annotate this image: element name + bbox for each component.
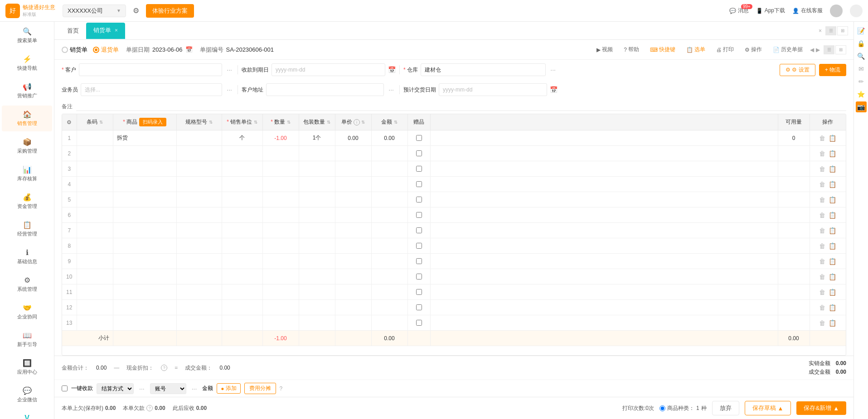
row-barcode[interactable] (77, 207, 113, 223)
sidebar-item-app-center[interactable]: 🔲 应用中心 (2, 354, 52, 380)
shortcuts-button[interactable]: ⌨ 快捷键 (646, 44, 679, 55)
row-gift[interactable] (407, 238, 430, 254)
right-panel-btn-orange[interactable]: 📷 (856, 101, 867, 112)
sidebar-item-finance[interactable]: 💰 资金管理 (2, 188, 52, 214)
radio-return-order[interactable]: 退货单 (93, 46, 119, 54)
row-gift[interactable] (407, 192, 430, 207)
row-barcode[interactable] (77, 146, 113, 161)
row-price[interactable] (335, 161, 371, 177)
row-amount[interactable] (371, 146, 407, 161)
row-unit[interactable] (222, 238, 262, 254)
row-barcode[interactable] (77, 269, 113, 284)
row-product[interactable] (113, 207, 176, 223)
row-amount[interactable] (371, 315, 407, 331)
row-product[interactable] (113, 238, 176, 254)
sidebar-item-basic-info[interactable]: ℹ 基础信息 (2, 244, 52, 270)
sidebar-item-guide[interactable]: 📖 新手引导 (2, 327, 52, 352)
list-view-button[interactable]: ☰ (825, 26, 836, 35)
row-gift[interactable] (407, 269, 430, 284)
barcode-sort-icon[interactable]: ⇅ (99, 120, 103, 125)
copy-row-button[interactable]: 📋 (829, 150, 836, 157)
row-pkg-qty[interactable] (299, 161, 335, 177)
sidebar-item-system[interactable]: ⚙ 系统管理 (2, 271, 52, 297)
row-qty[interactable] (262, 284, 299, 300)
radio-sales-order[interactable]: 销货单 (62, 46, 87, 54)
gift-checkbox[interactable] (416, 166, 422, 172)
row-amount[interactable] (371, 284, 407, 300)
row-qty[interactable] (262, 238, 299, 254)
tab-home[interactable]: 首页 (60, 23, 86, 39)
address-dots-icon[interactable]: ··· (387, 86, 396, 93)
copy-row-button[interactable]: 📋 (829, 273, 836, 280)
row-pkg-qty[interactable] (299, 300, 335, 315)
logistics-button[interactable]: + 物流 (819, 64, 846, 76)
delete-row-button[interactable]: 🗑 (819, 196, 825, 203)
row-unit[interactable] (222, 207, 262, 223)
right-panel-btn-2[interactable]: 🔒 (856, 38, 867, 49)
row-barcode[interactable] (77, 130, 113, 146)
row-amount[interactable] (371, 161, 407, 177)
gift-checkbox[interactable] (416, 289, 422, 295)
row-unit[interactable] (222, 315, 262, 331)
avatar2[interactable] (850, 5, 863, 17)
customer-address-input[interactable] (266, 83, 384, 96)
delete-row-button[interactable]: 🗑 (819, 273, 825, 280)
row-spec[interactable] (176, 315, 222, 331)
row-price[interactable]: 0.00 (335, 130, 371, 146)
row-qty[interactable]: -1.00 (262, 130, 299, 146)
prev-record-icon[interactable]: ◀ (810, 47, 814, 53)
warehouse-dots-icon[interactable]: ··· (548, 66, 558, 73)
row-product[interactable] (113, 284, 176, 300)
row-barcode[interactable] (77, 177, 113, 192)
row-unit[interactable] (222, 146, 262, 161)
gift-checkbox[interactable] (416, 181, 422, 187)
unit-sort-icon[interactable]: ⇅ (254, 120, 257, 125)
customer-input[interactable] (79, 63, 222, 76)
delete-row-button[interactable]: 🗑 (819, 150, 825, 157)
save-new-button[interactable]: 保存&新增 ▲ (796, 401, 846, 415)
row-qty[interactable] (262, 146, 299, 161)
row-gift[interactable] (407, 207, 430, 223)
copy-row-button[interactable]: 📋 (829, 165, 836, 173)
copy-row-button[interactable]: 📋 (829, 227, 836, 234)
row-unit[interactable]: 个 (222, 130, 262, 146)
owed-info-icon[interactable]: ? (146, 405, 153, 411)
row-barcode[interactable] (77, 315, 113, 331)
row-product[interactable] (113, 223, 176, 238)
delete-row-button[interactable]: 🗑 (819, 181, 825, 188)
price-sort-icon[interactable]: ⇅ (361, 120, 365, 125)
row-pkg-qty[interactable] (299, 254, 335, 269)
row-qty[interactable] (262, 300, 299, 315)
row-barcode[interactable] (77, 238, 113, 254)
row-spec[interactable] (176, 223, 222, 238)
salesman-input[interactable] (81, 83, 222, 96)
right-panel-btn-4[interactable]: ✉ (856, 63, 867, 74)
row-barcode[interactable] (77, 223, 113, 238)
notes-input[interactable] (76, 102, 846, 111)
row-product[interactable] (113, 161, 176, 177)
sidebar-item-shortcut[interactable]: ⚡ 快捷导航 (2, 50, 52, 76)
choose-button[interactable]: 📋 选单 (683, 44, 709, 55)
copy-row-button[interactable]: 📋 (829, 289, 836, 296)
col-settings[interactable]: ⚙ (62, 114, 77, 130)
row-amount[interactable]: 0.00 (371, 130, 407, 146)
delete-row-button[interactable]: 🗑 (819, 242, 825, 250)
row-price[interactable] (335, 300, 371, 315)
row-price[interactable] (335, 192, 371, 207)
qty-sort-icon[interactable]: ⇅ (287, 120, 291, 125)
row-unit[interactable] (222, 269, 262, 284)
gift-checkbox[interactable] (416, 212, 422, 218)
row-product[interactable] (113, 192, 176, 207)
delete-row-button[interactable]: 🗑 (819, 227, 825, 234)
history-button[interactable]: 📄 历史单据 (769, 44, 806, 55)
row-qty[interactable] (262, 192, 299, 207)
grid-view-button[interactable]: ⊞ (837, 26, 848, 35)
next-record-icon[interactable]: ▶ (816, 47, 820, 53)
row-pkg-qty[interactable]: 1个 (299, 130, 335, 146)
row-product[interactable] (113, 254, 176, 269)
row-gift[interactable] (407, 300, 430, 315)
row-gift[interactable] (407, 315, 430, 331)
tab-close-all-icon[interactable]: × (815, 26, 825, 36)
row-unit[interactable] (222, 161, 262, 177)
account-dots-icon[interactable]: ··· (190, 385, 199, 392)
